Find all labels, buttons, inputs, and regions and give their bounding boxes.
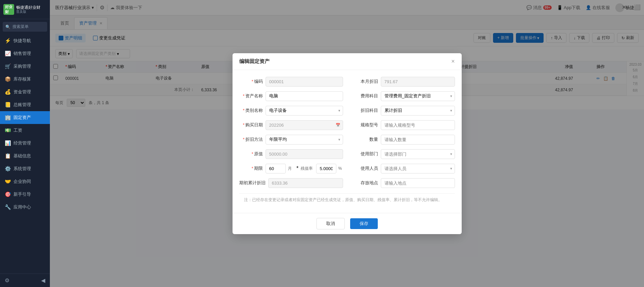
original-value-input[interactable]	[266, 149, 343, 159]
dep-method-label: *折旧方法	[239, 136, 263, 142]
dep-method-select-wrap: ▾	[266, 135, 343, 145]
asset-name-input[interactable]	[266, 91, 343, 101]
spec-label: 规格型号	[351, 122, 378, 128]
expense-cat-input[interactable]	[381, 91, 455, 101]
user-label: 使用人员	[351, 165, 378, 171]
dep-method-input[interactable]	[266, 135, 343, 145]
form-row-initial-dep: 期初累计折旧	[239, 178, 343, 188]
expense-cat-select-wrap: ▾	[381, 91, 455, 101]
quantity-label: 数量	[351, 136, 378, 142]
dialog-title: 编辑固定资产	[239, 58, 270, 65]
form-row-current-dep: 本月折旧	[351, 77, 455, 87]
period-inline: 月 * 残值率 %	[266, 164, 342, 173]
form-row-category: *类别名称 ▾	[239, 106, 343, 116]
residual-rate-input[interactable]	[316, 164, 336, 173]
user-input[interactable]	[381, 164, 455, 173]
category-label: *类别名称	[239, 107, 263, 114]
category-input[interactable]	[266, 106, 343, 116]
form-row-asset-name: *资产名称	[239, 91, 343, 101]
search-menu[interactable]: 🔍 搜索菜单	[3, 22, 47, 32]
sidebar-item-apps[interactable]: 🔧 应用中心	[0, 201, 50, 214]
cancel-button[interactable]: 取消	[316, 218, 345, 229]
form-row-user: 使用人员 ▾	[351, 164, 455, 173]
form-row-department: 使用部门 ▾	[351, 149, 455, 159]
form-row-expense-cat: 费用科目 ▾	[351, 91, 455, 101]
dialog-body: *编码 *资产名称	[233, 70, 462, 213]
form-grid: *编码 *资产名称	[239, 77, 455, 188]
sidebar-item-inventory[interactable]: 📦 库存核算	[0, 73, 50, 86]
ledger-icon: 📒	[5, 102, 11, 108]
sidebar-item-sales[interactable]: 📈 销售管理	[0, 47, 50, 60]
purchase-date-label: *购买日期	[239, 122, 263, 128]
modal-overlay: 编辑固定资产 × *编码	[50, 0, 644, 287]
sidebar-item-ledger[interactable]: 📒 总账管理	[0, 98, 50, 111]
dep-cat-label: 折旧科目	[351, 107, 378, 114]
sidebar-item-system[interactable]: ⚙️ 系统管理	[0, 162, 50, 175]
apps-icon: 🔧	[5, 204, 11, 210]
form-right: 本月折旧 费用科目 ▾	[351, 77, 455, 188]
code-input[interactable]	[266, 77, 343, 87]
department-input[interactable]	[381, 149, 455, 159]
original-value-label: *原值	[239, 151, 263, 157]
settings-icon[interactable]: ⚙	[5, 277, 9, 284]
location-label: 存放地点	[351, 180, 378, 186]
sidebar-item-salary[interactable]: 💵 工资	[0, 124, 50, 137]
sidebar: 好业财 畅捷通好业财 普及版 🔍 搜索菜单 ⚡ 快捷导航 📈 销售管理 🛒 采购…	[0, 0, 50, 287]
category-select-wrap: ▾	[266, 106, 343, 116]
nav-list: ⚡ 快捷导航 📈 销售管理 🛒 采购管理 📦 库存核算 💰 资金管理 📒 总账管…	[0, 34, 50, 274]
dep-cat-input[interactable]	[381, 106, 455, 116]
sidebar-item-basic[interactable]: 📋 基础信息	[0, 150, 50, 162]
dep-cat-select-wrap: ▾	[381, 106, 455, 116]
expense-cat-label: 费用科目	[351, 93, 378, 99]
code-label: *编码	[239, 78, 263, 85]
sidebar-item-newbie[interactable]: 🎯 新手引导	[0, 188, 50, 201]
quantity-input[interactable]	[381, 135, 455, 145]
form-left: *编码 *资产名称	[239, 77, 343, 188]
sidebar-item-quicknav[interactable]: ⚡ 快捷导航	[0, 34, 50, 47]
form-row-code: *编码	[239, 77, 343, 87]
sidebar-bottom: ⚙ ◀	[0, 274, 50, 287]
basic-icon: 📋	[5, 153, 11, 159]
sidebar-item-finance[interactable]: 💰 资金管理	[0, 86, 50, 98]
form-row-dep-method: *折旧方法 ▾	[239, 135, 343, 145]
spec-input[interactable]	[381, 120, 455, 130]
dialog-header: 编辑固定资产 ×	[233, 53, 462, 70]
logo-icon: 好业财	[3, 4, 14, 15]
asset-name-label: *资产名称	[239, 93, 263, 99]
form-row-original-value: *原值	[239, 149, 343, 159]
purchase-date-wrap: 📅	[266, 120, 343, 130]
finance-icon: 💰	[5, 89, 11, 95]
sales-icon: 📈	[5, 51, 11, 57]
dialog-close-button[interactable]: ×	[451, 58, 455, 65]
sidebar-item-purchase[interactable]: 🛒 采购管理	[0, 60, 50, 73]
form-row-location: 存放地点	[351, 178, 455, 188]
edit-asset-dialog: 编辑固定资产 × *编码	[233, 53, 462, 234]
initial-dep-label: 期初累计折旧	[239, 180, 266, 186]
salary-icon: 💵	[5, 127, 11, 133]
residual-unit: %	[338, 166, 342, 171]
initial-dep-input[interactable]	[268, 178, 343, 188]
period-input[interactable]	[266, 164, 286, 173]
purchase-date-input[interactable]	[266, 120, 343, 130]
form-row-period: *期限 月 * 残值率 %	[239, 164, 343, 173]
sidebar-item-fixed-assets[interactable]: 🏢 固定资产	[0, 111, 50, 124]
system-icon: ⚙️	[5, 166, 11, 172]
operations-icon: 📊	[5, 140, 11, 146]
current-dep-label: 本月折旧	[351, 78, 378, 85]
department-select-wrap: ▾	[381, 149, 455, 159]
sidebar-item-operations[interactable]: 📊 经营管理	[0, 137, 50, 150]
newbie-icon: 🎯	[5, 191, 11, 197]
residual-rate-label: 残值率	[301, 166, 313, 171]
location-input[interactable]	[381, 178, 455, 188]
search-icon: 🔍	[5, 25, 10, 29]
current-dep-input[interactable]	[381, 77, 455, 87]
save-button[interactable]: 保存	[350, 218, 378, 229]
inventory-icon: 📦	[5, 76, 11, 82]
user-select-wrap: ▾	[381, 164, 455, 173]
sidebar-item-enterprise[interactable]: 🤝 企业协同	[0, 175, 50, 188]
dialog-note: 注：已经存在变更记录或者对应固定资产已经生成凭证，原值、购买日期、残值率、累计折…	[239, 193, 455, 206]
collapse-icon[interactable]: ◀	[41, 277, 45, 284]
form-row-purchase-date: *购买日期 📅	[239, 120, 343, 130]
main-content: 医疗器械行业演示 ▾ ⚙ ☁ 我要体验一下 💬 消息 99+ 📱 App下载 �	[50, 0, 644, 287]
period-unit: 月	[288, 166, 292, 171]
